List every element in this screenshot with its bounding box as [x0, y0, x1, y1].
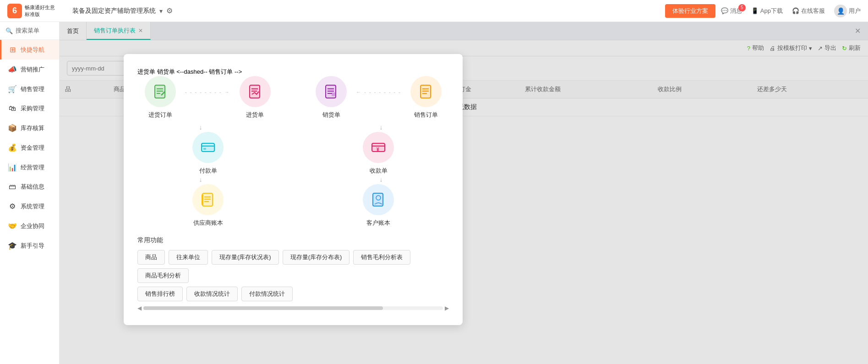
system-title: 装备及固定资产辅助管理系统 ▾ ⚙ [72, 6, 660, 15]
quick-nav-icon: ⊞ [8, 45, 17, 54]
func-btn-inventory-dist[interactable]: 现存量(库存分布表) [283, 250, 350, 265]
supplier-ledger-circle [192, 184, 224, 215]
svg-rect-23 [203, 148, 206, 150]
purchase-bill-label: 进货单 [246, 111, 264, 119]
receipt-circle: ¥ [363, 132, 394, 163]
purchase-bill-circle [240, 76, 271, 107]
logo-icon: 6 [7, 4, 22, 18]
trial-button[interactable]: 体验行业方案 [665, 4, 715, 18]
sidebar-item-operations[interactable]: 📊 经营管理 [0, 158, 59, 177]
sidebar-item-inventory[interactable]: 📦 库存核算 [0, 118, 59, 138]
scroll-left-arrow[interactable]: ◀ [137, 305, 142, 311]
online-service-item[interactable]: 🎧 在线客服 [792, 7, 825, 15]
scroll-thumb [143, 306, 383, 310]
message-badge: 5 [738, 4, 746, 11]
sales-icon: 🛒 [8, 85, 17, 93]
sidebar-item-marketing[interactable]: 📣 营销推广 [0, 60, 59, 79]
svg-rect-20 [202, 143, 214, 152]
purchase-icon: 🛍 [8, 104, 17, 113]
content-area: 首页 销售订单执行表 ✕ ✕ ? 帮助 🖨 按模板打印 ▾ [60, 22, 868, 364]
customer-ledger-circle [363, 184, 394, 215]
payment-circle [192, 132, 224, 163]
sidebar-item-enterprise[interactable]: 🤝 企业协同 [0, 216, 59, 236]
quick-nav-modal: 进货单 销货单 <--dashed-- 销售订单 --> 进货订单 [124, 54, 463, 325]
down-arrow-purchase-bill: ↓ [169, 123, 201, 132]
common-functions-title: 常用功能 [137, 236, 449, 244]
online-service-icon: 🎧 [792, 7, 799, 14]
func-btn-receipt-stats[interactable]: 收款情况统计 [186, 287, 238, 301]
system-dropdown-icon[interactable]: ▾ [159, 7, 163, 15]
sidebar-item-system[interactable]: ⚙ 系统管理 [0, 196, 59, 216]
purchase-order-label: 进货订单 [148, 111, 172, 119]
sidebar-item-capital[interactable]: 💰 资金管理 [0, 138, 59, 158]
svg-text:¥: ¥ [377, 147, 379, 152]
modal-overlay: 进货单 销货单 <--dashed-- 销售订单 --> 进货订单 [60, 22, 868, 364]
common-functions-section: 常用功能 商品 往来单位 现存量(库存状况表) 现存量(库存分布表) 销售毛利分… [137, 236, 449, 301]
payment-label: 付款单 [199, 167, 217, 175]
sidebar: 🔍 搜索菜单 ⊞ 快捷导航 📣 营销推广 🛒 销售管理 🛍 采购管理 📦 [0, 22, 60, 364]
func-buttons-row-2: 销售排行榜 收款情况统计 付款情况统计 [137, 287, 449, 301]
func-btn-product[interactable]: 商品 [137, 250, 165, 265]
flow-item-sales-bill[interactable]: 销货单 [308, 76, 354, 119]
logo-text: 畅康通好生意 标准版 [25, 4, 55, 17]
inventory-icon: 📦 [8, 124, 17, 132]
flow-item-purchase-bill[interactable]: 进货单 [232, 76, 278, 119]
search-menu-item[interactable]: 🔍 搜索菜单 [0, 22, 59, 40]
sidebar-item-basic-info[interactable]: 🗃 基础信息 [0, 177, 59, 196]
func-btn-inventory-status[interactable]: 现存量(库存状况表) [212, 250, 279, 265]
message-icon: 💬 [721, 7, 728, 14]
enterprise-icon: 🤝 [8, 222, 17, 230]
func-btn-payment-stats[interactable]: 付款情况统计 [241, 287, 293, 301]
purchase-order-circle [145, 76, 176, 107]
capital-icon: 💰 [8, 143, 17, 152]
flow-diagram-section: 进货单 销货单 <--dashed-- 销售订单 --> 进货订单 [137, 68, 449, 227]
func-btn-sales-gross[interactable]: 销售毛利分析表 [353, 250, 410, 265]
scroll-track[interactable] [143, 306, 443, 310]
down-arrow-receipt: ↓ [381, 175, 418, 184]
flow-item-receipt[interactable]: ¥ 收款单 [355, 132, 401, 175]
down-arrow-payment: ↓ [169, 175, 201, 184]
scroll-right-arrow[interactable]: ▶ [445, 305, 449, 311]
supplier-ledger-label: 供应商账本 [193, 219, 223, 227]
flow-item-purchase-order[interactable]: 进货订单 [137, 76, 183, 119]
search-icon: 🔍 [5, 27, 13, 34]
func-btn-contacts[interactable]: 往来单位 [169, 250, 208, 265]
top-right-area: 💬 消息 5 📱 App下载 🎧 在线客服 👤 用户 [721, 5, 861, 17]
arrow-po-to-pb: - - - - - - - - → [185, 89, 230, 106]
customer-ledger-label: 客户账本 [366, 219, 390, 227]
message-icon-item[interactable]: 💬 消息 5 [721, 7, 742, 15]
logo-area: 6 畅康通好生意 标准版 [7, 4, 67, 18]
arrow-so-to-sb: ← - - - - - - - - [356, 89, 401, 106]
svg-rect-14 [332, 92, 335, 96]
sales-order-label: 销售订单 [414, 111, 438, 119]
func-btn-sales-rank[interactable]: 销售排行榜 [137, 287, 183, 301]
sales-bill-circle [316, 76, 347, 107]
flow-item-payment[interactable]: 付款单 [185, 132, 231, 175]
sales-bill-label: 销货单 [322, 111, 340, 119]
sidebar-item-sales[interactable]: 🛒 销售管理 [0, 79, 59, 99]
sidebar-item-purchase[interactable]: 🛍 采购管理 [0, 99, 59, 118]
svg-rect-33 [202, 194, 203, 205]
func-btn-product-gross[interactable]: 商品毛利分析 [137, 268, 189, 283]
operations-icon: 📊 [8, 163, 17, 172]
flow-item-supplier-ledger[interactable]: 供应商账本 [185, 184, 231, 227]
modal-scroll: ◀ ▶ [137, 305, 449, 311]
sales-order-circle [410, 76, 442, 107]
app-download-item[interactable]: 📱 App下载 [751, 7, 783, 15]
user-item[interactable]: 👤 用户 [834, 5, 861, 17]
settings-icon[interactable]: ⚙ [166, 6, 173, 15]
sidebar-item-beginner[interactable]: 🎓 新手引导 [0, 236, 59, 255]
down-arrow-sales-bill: ↓ [381, 123, 418, 132]
beginner-icon: 🎓 [8, 241, 17, 250]
flow-item-sales-order[interactable]: 销售订单 [403, 76, 449, 119]
basic-info-icon: 🗃 [8, 183, 17, 191]
app-download-icon: 📱 [751, 7, 759, 14]
flow-item-customer-ledger[interactable]: 客户账本 [355, 184, 401, 227]
receipt-label: 收款单 [370, 167, 388, 175]
marketing-icon: 📣 [8, 65, 17, 74]
user-avatar: 👤 [834, 5, 847, 17]
func-buttons-row: 商品 往来单位 现存量(库存状况表) 现存量(库存分布表) 销售毛利分析表 商品… [137, 250, 449, 283]
system-icon: ⚙ [8, 202, 17, 211]
sidebar-item-quick-nav[interactable]: ⊞ 快捷导航 [0, 40, 59, 60]
